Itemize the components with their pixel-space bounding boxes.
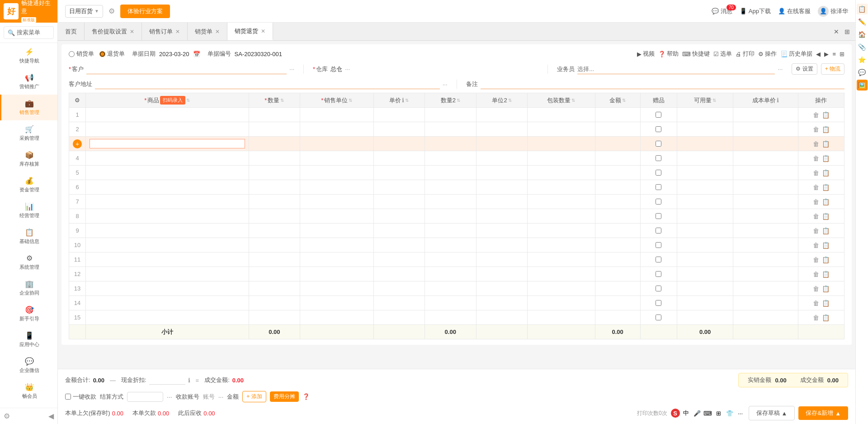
row5-gift-checkbox[interactable] [656, 170, 661, 176]
tab-sale-order-close[interactable]: ✕ [175, 29, 180, 35]
row1-cost-price[interactable] [733, 108, 798, 122]
view-grid-button[interactable]: ⊞ [840, 51, 844, 57]
row3-product-input[interactable] [90, 139, 245, 148]
row4-gift-checkbox[interactable] [656, 155, 661, 161]
user-area[interactable]: 👤 徐泽华 [818, 6, 848, 17]
quick-pay-checkbox[interactable] [65, 394, 71, 400]
customer-input[interactable] [86, 64, 287, 74]
sidebar-item-basic[interactable]: 📋 基础信息 [0, 224, 57, 249]
row14-delete-icon[interactable]: 🗑 [813, 300, 819, 307]
right-panel-btn-3[interactable]: 🏠 [857, 29, 868, 40]
row12-copy-icon[interactable]: 📋 [822, 271, 830, 278]
row1-available[interactable] [677, 108, 733, 122]
add-row-button[interactable]: + [73, 139, 82, 148]
row9-copy-icon[interactable]: 📋 [822, 227, 830, 234]
quick-pay-checkbox-label[interactable]: 一键收款 [65, 393, 96, 401]
row2-unit-price[interactable] [373, 122, 425, 137]
row7-copy-icon[interactable]: 📋 [822, 198, 830, 205]
sidebar-item-apps[interactable]: 📱 应用中心 [0, 327, 57, 353]
row3-copy-icon[interactable]: 📋 [822, 140, 830, 148]
message-button[interactable]: 💬 消息 70 [712, 7, 732, 15]
search-menu-button[interactable]: 🔍 搜索菜单 [4, 26, 54, 39]
history-button[interactable]: 📃 历史单据 [780, 50, 812, 58]
row2-delete-icon[interactable]: 🗑 [813, 126, 819, 133]
row2-amount[interactable] [595, 122, 640, 137]
row8-copy-icon[interactable]: 📋 [822, 213, 830, 220]
row13-delete-icon[interactable]: 🗑 [813, 285, 819, 292]
row7-delete-icon[interactable]: 🗑 [813, 198, 819, 205]
sidebar-collapse-button[interactable]: ◀ [48, 412, 54, 420]
logistics-button[interactable]: + 物流 [821, 63, 844, 75]
staff-picker-icon[interactable]: ··· [778, 66, 783, 72]
row4-copy-icon[interactable]: 📋 [822, 155, 830, 162]
row2-copy-icon[interactable]: 📋 [822, 126, 830, 133]
sidebar-item-finance[interactable]: 💰 资金管理 [0, 172, 57, 198]
sidebar-item-operations[interactable]: 📊 经营管理 [0, 198, 57, 224]
row5-copy-icon[interactable]: 📋 [822, 169, 830, 176]
product-sort-icon[interactable]: ⇅ [186, 98, 190, 103]
topbar-gear-icon[interactable]: ⚙ [108, 7, 115, 15]
sidebar-item-wechat[interactable]: 💬 企业微信 [0, 353, 57, 378]
row3-available[interactable] [677, 137, 733, 151]
right-panel-btn-1[interactable]: 📋 [857, 4, 868, 14]
row9-delete-icon[interactable]: 🗑 [813, 227, 819, 234]
help-button[interactable]: ❓ 帮助 [658, 50, 679, 58]
right-panel-btn-7[interactable]: 🖼️ [857, 80, 868, 91]
row10-gift-checkbox[interactable] [656, 242, 661, 248]
save-draft-button[interactable]: 保存草稿 ▲ [749, 406, 795, 420]
address-picker-icon[interactable]: ··· [443, 81, 448, 88]
row1-sale-unit[interactable] [300, 108, 374, 122]
radio-return-input[interactable] [99, 51, 105, 57]
print-button[interactable]: 🖨 打印 [736, 50, 755, 58]
operate-button[interactable]: ⚙ 操作 [758, 50, 777, 58]
next-record-button[interactable]: ▶ [824, 51, 829, 57]
available-sort-icon[interactable]: ⇅ [712, 98, 716, 103]
sidebar-item-enterprise[interactable]: 🏢 企业协同 [0, 275, 57, 301]
tab-close-all-button[interactable]: ✕ [832, 27, 841, 36]
tab-expand-button[interactable]: ⊞ [843, 27, 852, 36]
warehouse-picker-icon[interactable]: ··· [345, 66, 350, 72]
sidebar-item-marketing[interactable]: 📢 营销推广 [0, 69, 57, 95]
row3-amount[interactable] [595, 137, 640, 151]
row12-gift-checkbox[interactable] [656, 271, 661, 277]
right-panel-btn-6[interactable]: 💬 [857, 67, 868, 78]
row8-delete-icon[interactable]: 🗑 [813, 213, 819, 220]
row3-quantity[interactable] [249, 137, 300, 151]
save-new-button[interactable]: 保存&新增 ▲ [798, 406, 848, 420]
row1-amount[interactable] [595, 108, 640, 122]
select-order-button[interactable]: ☑ 选单 [713, 50, 732, 58]
row13-gift-checkbox[interactable] [656, 286, 661, 291]
row1-copy-icon[interactable]: 📋 [822, 111, 830, 119]
row5-delete-icon[interactable]: 🗑 [813, 169, 819, 176]
row3-product[interactable] [86, 137, 249, 151]
tab-sale-delivery[interactable]: 销货单 ✕ [188, 23, 227, 40]
row3-delete-icon[interactable]: 🗑 [813, 140, 819, 148]
row6-copy-icon[interactable]: 📋 [822, 184, 830, 191]
row3-qty2[interactable] [425, 137, 476, 151]
tab-sale-order[interactable]: 销售订单 ✕ [142, 23, 188, 40]
radio-sale[interactable]: 销货单 [69, 50, 94, 58]
tab-sale-return-close[interactable]: ✕ [261, 28, 265, 34]
row1-delete-icon[interactable]: 🗑 [813, 111, 819, 119]
sidebar-item-inventory[interactable]: 📦 库存核算 [0, 146, 57, 172]
row1-gift-checkbox[interactable] [656, 112, 661, 118]
tab-home[interactable]: 首页 [58, 23, 85, 40]
right-panel-btn-5[interactable]: ⭐ [857, 54, 868, 65]
sidebar-item-member[interactable]: 👑 畅会员 [0, 378, 57, 404]
calc-method-input[interactable] [127, 392, 163, 402]
right-panel-btn-2[interactable]: ✏️ [857, 16, 868, 27]
row2-cost-price[interactable] [733, 122, 798, 137]
row10-delete-icon[interactable]: 🗑 [813, 242, 819, 249]
row3-gift-checkbox[interactable] [656, 141, 661, 147]
sidebar-item-guide[interactable]: 🎯 新手引导 [0, 301, 57, 327]
row6-gift-checkbox[interactable] [656, 184, 661, 190]
radio-return[interactable]: 退货单 [99, 50, 125, 58]
online-service-button[interactable]: 👤 在线客服 [778, 7, 811, 15]
radio-sale-input[interactable] [69, 51, 75, 57]
row7-gift-checkbox[interactable] [656, 199, 661, 205]
customer-picker-icon[interactable]: ··· [289, 66, 294, 72]
row2-qty2[interactable] [425, 122, 476, 137]
tab-sale-delivery-close[interactable]: ✕ [215, 29, 220, 35]
row8-gift-checkbox[interactable] [656, 213, 661, 219]
row1-qty2[interactable] [425, 108, 476, 122]
